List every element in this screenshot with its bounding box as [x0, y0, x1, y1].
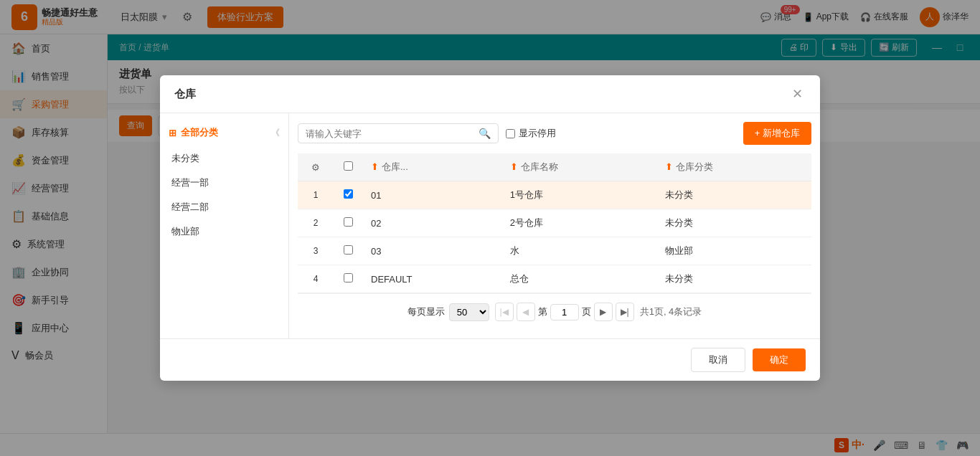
page-size-select: 每页显示 50 20 100 — [407, 303, 489, 321]
dialog-body: ⊞ 全部分类 《 未分类 经营一部 经营二部 物业部 — [160, 113, 820, 338]
col-header-category[interactable]: ⬆仓库分类 — [656, 153, 811, 181]
grid-icon: ⊞ — [169, 128, 176, 138]
cancel-button[interactable]: 取消 — [691, 348, 745, 372]
row-checkbox[interactable] — [334, 237, 362, 265]
category-item-property[interactable]: 物业部 — [160, 219, 288, 244]
row-checkbox[interactable] — [334, 265, 362, 293]
table-row[interactable]: 4 DEFAULT 总仓 未分类 — [298, 265, 811, 293]
row-checkbox[interactable] — [334, 209, 362, 237]
warehouse-table: ⚙ ⬆仓库... ⬆仓库名称 ⬆仓库分类 1 01 1号仓库 未分类 2 — [298, 153, 811, 293]
dialog-overlay: 仓库 ✕ ⊞ 全部分类 《 未分类 经营一部 — [0, 0, 980, 456]
sort-icon: ⬆ — [665, 161, 673, 172]
row-category: 未分类 — [656, 181, 811, 209]
add-warehouse-button[interactable]: + 新增仓库 — [743, 122, 811, 145]
table-toolbar: 🔍 显示停用 + 新增仓库 — [298, 122, 811, 145]
row-code: 03 — [362, 237, 501, 265]
row-name: 总仓 — [501, 265, 656, 293]
row-num: 3 — [298, 237, 334, 265]
select-all-checkbox[interactable] — [344, 161, 353, 171]
first-page-button[interactable]: |◀ — [495, 303, 514, 321]
category-collapse-button[interactable]: 《 — [271, 127, 280, 139]
search-box: 🔍 — [298, 123, 499, 143]
category-item-unclassified[interactable]: 未分类 — [160, 146, 288, 171]
table-row[interactable]: 1 01 1号仓库 未分类 — [298, 181, 811, 209]
page-label-pre: 第 — [538, 305, 547, 318]
sort-icon: ⬆ — [510, 161, 518, 172]
show-disabled-checkbox[interactable] — [506, 129, 515, 138]
row-name: 2号仓库 — [501, 209, 656, 237]
dialog-header: 仓库 ✕ — [160, 75, 820, 113]
table-row[interactable]: 2 02 2号仓库 未分类 — [298, 209, 811, 237]
category-item-ops2[interactable]: 经营二部 — [160, 195, 288, 219]
row-name: 水 — [501, 237, 656, 265]
row-category: 物业部 — [656, 237, 811, 265]
dialog-footer: 取消 确定 — [160, 338, 820, 381]
row-category: 未分类 — [656, 209, 811, 237]
search-icon[interactable]: 🔍 — [479, 128, 491, 139]
pagination: 每页显示 50 20 100 |◀ ◀ 第 页 ▶ — [298, 293, 811, 330]
sort-icon: ⬆ — [371, 161, 379, 172]
row-code: 02 — [362, 209, 501, 237]
warehouse-dialog: 仓库 ✕ ⊞ 全部分类 《 未分类 经营一部 — [160, 75, 820, 381]
row-category: 未分类 — [656, 265, 811, 293]
prev-page-button[interactable]: ◀ — [517, 303, 535, 321]
page-input[interactable] — [550, 304, 579, 320]
col-header-code[interactable]: ⬆仓库... — [362, 153, 501, 181]
page-size-label: 每页显示 — [407, 305, 445, 318]
row-code: 01 — [362, 181, 501, 209]
category-all-label: 全部分类 — [181, 126, 218, 139]
row-num: 4 — [298, 265, 334, 293]
dialog-close-button[interactable]: ✕ — [788, 85, 806, 103]
col-header-settings: ⚙ — [298, 153, 334, 181]
page-label: 页 — [582, 305, 591, 318]
show-disabled-label: 显示停用 — [519, 127, 556, 140]
page-info: 共1页, 4条记录 — [640, 305, 702, 318]
last-page-button[interactable]: ▶| — [616, 303, 634, 321]
col-header-name[interactable]: ⬆仓库名称 — [501, 153, 656, 181]
page-nav: |◀ ◀ 第 页 ▶ ▶| — [495, 303, 634, 321]
table-row[interactable]: 3 03 水 物业部 — [298, 237, 811, 265]
category-all[interactable]: ⊞ 全部分类 — [169, 126, 218, 139]
row-num: 1 — [298, 181, 334, 209]
row-name: 1号仓库 — [501, 181, 656, 209]
row-num: 2 — [298, 209, 334, 237]
row-checkbox[interactable] — [334, 181, 362, 209]
category-header: ⊞ 全部分类 《 — [160, 122, 288, 143]
confirm-button[interactable]: 确定 — [753, 348, 806, 371]
col-header-checkbox — [334, 153, 362, 181]
table-panel: 🔍 显示停用 + 新增仓库 ⚙ — [289, 113, 820, 338]
table-container: ⚙ ⬆仓库... ⬆仓库名称 ⬆仓库分类 1 01 1号仓库 未分类 2 — [298, 153, 811, 293]
category-item-ops1[interactable]: 经营一部 — [160, 171, 288, 195]
page-size-dropdown[interactable]: 50 20 100 — [449, 303, 489, 321]
search-input[interactable] — [306, 128, 479, 139]
dialog-title: 仓库 — [174, 87, 196, 101]
next-page-button[interactable]: ▶ — [594, 303, 613, 321]
category-panel: ⊞ 全部分类 《 未分类 经营一部 经营二部 物业部 — [160, 113, 289, 338]
row-code: DEFAULT — [362, 265, 501, 293]
show-disabled: 显示停用 — [506, 127, 556, 140]
